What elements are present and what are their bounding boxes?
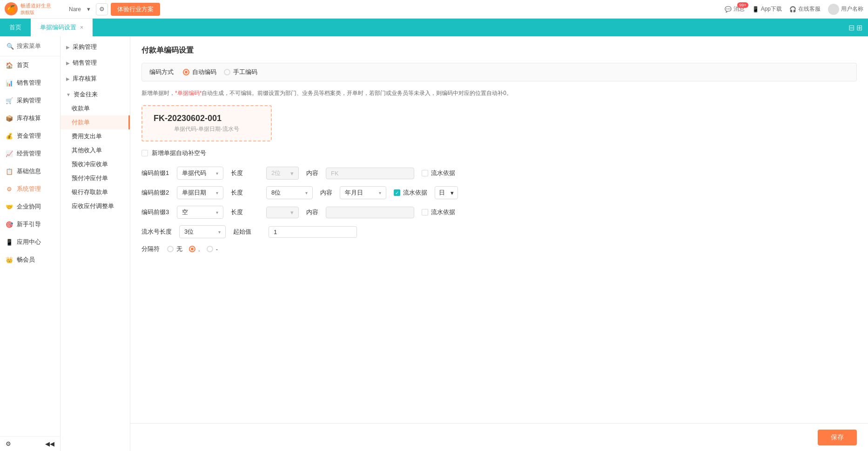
group-inventory-header[interactable]: ▶ 库存核算	[61, 72, 130, 86]
sidebar-item-sales[interactable]: 📊 销售管理	[0, 74, 60, 92]
sidebar-item-inventory[interactable]: 📦 库存核算	[0, 109, 60, 127]
sidebar-item-member[interactable]: 👑 畅会员	[0, 251, 60, 269]
search-menu-button[interactable]: 🔍 搜索菜单	[4, 40, 56, 52]
prefix2-select[interactable]: 单据日期 ▾	[177, 186, 223, 199]
group-purchase-label: 采购管理	[73, 43, 97, 51]
logo-text-block: 畅通道好生意 旗舰版	[20, 2, 51, 15]
tab-expand-icon[interactable]: ⊞	[856, 23, 862, 32]
sidebar-item-operations[interactable]: 📈 经营管理	[0, 145, 60, 162]
sub-item-expense[interactable]: 费用支出单	[61, 129, 130, 143]
sep-none-label: 无	[176, 245, 182, 253]
radio-auto[interactable]: 自动编码	[183, 68, 216, 76]
basic-icon: 📋	[6, 168, 13, 175]
serial-length-arrow: ▾	[218, 229, 221, 235]
prefix1-arrow: ▾	[216, 171, 218, 176]
sidebar-guide-label: 新手引导	[17, 220, 41, 229]
info-text: 新增单据时，*单据编码*自动生成，不可编辑。前缀设置为部门、业务员等档案类，开单…	[141, 89, 857, 98]
app-icon: 📱	[752, 6, 759, 13]
prefix2-length-value: 8位	[271, 188, 281, 197]
sub-item-payment[interactable]: 付款单	[61, 115, 130, 129]
sub-item-receipt[interactable]: 收款单	[61, 101, 130, 115]
sidebar-item-system[interactable]: ⚙ 系统管理	[0, 180, 60, 198]
logo-icon: 🍊	[5, 2, 18, 15]
sep-none[interactable]: 无	[167, 245, 182, 253]
trial-button[interactable]: 体验行业方案	[111, 3, 160, 16]
tab-encode-settings[interactable]: 单据编码设置 ×	[31, 19, 93, 36]
apps-icon: 📱	[6, 238, 13, 246]
tab-home[interactable]: 首页	[0, 19, 31, 36]
logo-text: 畅通道好生意	[20, 2, 51, 9]
prefix1-serial-check[interactable]: 流水依据	[422, 169, 455, 177]
online-service-label: 在线客服	[798, 5, 821, 13]
prefix1-length-select[interactable]: 2位 ▾	[266, 167, 299, 180]
prefix3-serial-checkbox	[422, 209, 428, 215]
sidebar-item-finance[interactable]: 💰 资金管理	[0, 127, 60, 145]
prefix1-content-label: 内容	[306, 169, 318, 177]
sub-item-pre-payment[interactable]: 预付冲应付单	[61, 171, 130, 185]
serial-length-select[interactable]: 3位 ▾	[179, 225, 226, 238]
sidebar-settings-icon[interactable]: ⚙	[6, 440, 11, 447]
prefix2-serial-checkbox: ✓	[394, 189, 400, 196]
system-icon: ⚙	[6, 185, 13, 193]
sidebar-system-label: 系统管理	[17, 185, 41, 193]
sidebar-item-purchase[interactable]: 🛒 采购管理	[0, 92, 60, 109]
prefix3-select[interactable]: 空 ▾	[177, 206, 223, 219]
sub-item-other-income[interactable]: 其他收入单	[61, 143, 130, 157]
auto-fill-checkbox[interactable]	[141, 150, 148, 156]
prefix2-arrow: ▾	[216, 190, 218, 195]
sub-item-bank[interactable]: 银行存取款单	[61, 185, 130, 199]
sep-dot[interactable]: .	[189, 246, 200, 253]
group-sales-arrow: ▶	[66, 61, 70, 66]
user-name: 用户名称	[841, 5, 863, 13]
prefix1-serial-checkbox	[422, 170, 428, 176]
sep-dot-label: .	[198, 246, 200, 253]
prefix1-select[interactable]: 单据代码 ▾	[177, 167, 223, 180]
prefix2-content-value: 年月日	[345, 188, 363, 197]
prefix2-serial-check[interactable]: ✓ 流水依据	[394, 188, 427, 197]
sidebar-item-home[interactable]: 🏠 首页	[0, 56, 60, 74]
save-button[interactable]: 保存	[818, 430, 857, 445]
online-service-button[interactable]: 🎧 在线客服	[789, 5, 821, 13]
breadcrumb-dropdown-icon[interactable]: ▾	[84, 5, 93, 14]
prefix2-length-select[interactable]: 8位 ▾	[266, 186, 313, 199]
prefix3-row: 编码前缀3 空 ▾ 长度 ▾ 内容 流水依据	[141, 206, 857, 219]
group-capital: ▼ 资金往来 收款单 付款单 费用支出单 其他收入单 预收冲应收单 预付冲应付单…	[61, 88, 130, 213]
radio-auto-label: 自动编码	[192, 68, 216, 76]
user-area[interactable]: 用户名称	[828, 4, 863, 15]
group-purchase-header[interactable]: ▶ 采购管理	[61, 40, 130, 54]
tab-close-icon[interactable]: ×	[80, 24, 83, 31]
start-value-input[interactable]	[269, 226, 357, 238]
sub-item-pre-receipt[interactable]: 预收冲应收单	[61, 157, 130, 171]
tab-shrink-icon[interactable]: ⊟	[848, 23, 855, 32]
group-inventory-label: 库存核算	[73, 74, 97, 83]
prefix3-label: 编码前缀3	[141, 208, 169, 216]
home-icon: 🏠	[6, 61, 13, 69]
sep-dash[interactable]: -	[207, 246, 218, 253]
sidebar-collapse-icon[interactable]: ◀◀	[45, 440, 54, 447]
serial-length-label: 流水号长度	[141, 228, 172, 236]
radio-manual[interactable]: 手工编码	[224, 68, 257, 76]
prefix3-length-select[interactable]: ▾	[266, 207, 299, 218]
app-download-button[interactable]: 📱 App下载	[752, 5, 782, 13]
code-preview: FK-20230602-001 单据代码-单据日期-流水号	[141, 105, 272, 141]
group-capital-header[interactable]: ▼ 资金往来	[61, 88, 130, 101]
sidebar-item-basic[interactable]: 📋 基础信息	[0, 162, 60, 180]
serial-length-value: 3位	[184, 228, 194, 236]
prefix3-serial-check[interactable]: 流水依据	[422, 208, 455, 216]
prefix2-content-select[interactable]: 年月日 ▾	[340, 186, 386, 199]
sidebar-item-enterprise[interactable]: 🤝 企业协同	[0, 198, 60, 215]
group-sales: ▶ 销售管理	[61, 56, 130, 70]
settings-icon[interactable]: ⚙	[96, 3, 108, 15]
encoding-method-section: 编码方式 自动编码 手工编码	[141, 63, 857, 81]
sidebar-item-guide[interactable]: 🎯 新手引导	[0, 215, 60, 233]
prefix2-day-select[interactable]: 日 ▾	[435, 186, 458, 199]
group-sales-header[interactable]: ▶ 销售管理	[61, 56, 130, 70]
group-purchase: ▶ 采购管理	[61, 40, 130, 54]
service-icon: 🎧	[789, 6, 796, 13]
messages-button[interactable]: 💬 消息 99+	[725, 5, 745, 13]
sub-item-adjust[interactable]: 应收应付调整单	[61, 199, 130, 213]
sales-icon: 📊	[6, 79, 13, 87]
group-purchase-arrow: ▶	[66, 45, 70, 50]
breadcrumb[interactable]: Nare	[69, 6, 81, 13]
sidebar-item-apps[interactable]: 📱 应用中心	[0, 233, 60, 251]
